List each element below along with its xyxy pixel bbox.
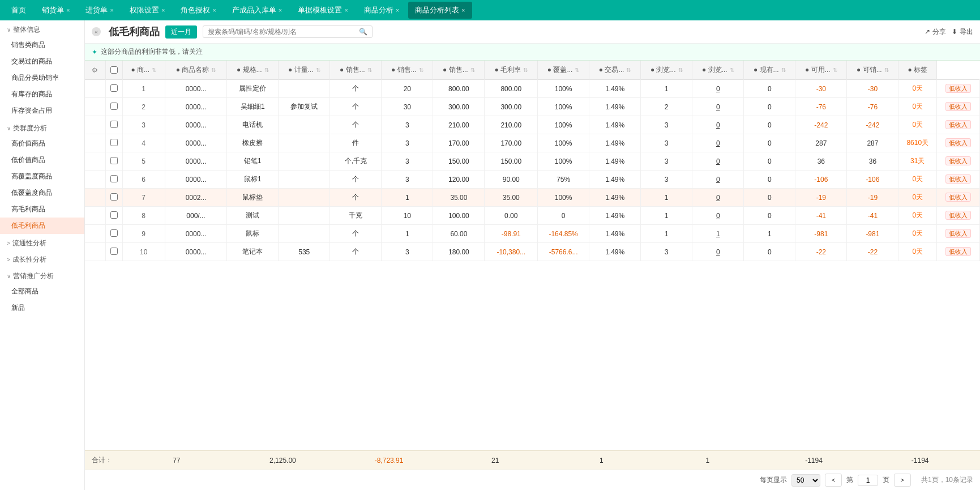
cell-available-stock: -19 <box>847 189 898 207</box>
cell-code: 0000... <box>165 134 226 152</box>
row-checkbox[interactable] <box>110 157 118 164</box>
nav-close-icon[interactable]: × <box>161 7 165 14</box>
sidebar-item-有库存的商品[interactable]: 有库存的商品 <box>0 86 84 103</box>
cell-checkbox[interactable] <box>105 225 122 243</box>
nav-close-icon[interactable]: × <box>344 7 348 14</box>
row-checkbox[interactable] <box>110 193 118 201</box>
row-checkbox[interactable] <box>110 139 118 146</box>
th-sale-profit[interactable]: ● 销售...⇅ <box>433 61 485 80</box>
sidebar-item-高覆盖度商品[interactable]: 高覆盖度商品 <box>0 168 84 185</box>
row-checkbox[interactable] <box>110 103 118 110</box>
sidebar-group-流通性分析[interactable]: >流通性分析 <box>0 234 84 250</box>
tag-badge: 低收入 <box>945 174 971 184</box>
nav-item-产成品入库单[interactable]: 产成品入库单× <box>225 2 289 19</box>
content-area: « 低毛利商品 近一月 🔍 ↗ 分享 ⬇ 导出 ✦ 这部分商品的利润非常低， <box>85 20 980 490</box>
sidebar-group-整体信息[interactable]: ∨整体信息 <box>0 20 84 37</box>
cell-saleable-stock: 0天 <box>898 98 937 116</box>
row-checkbox[interactable] <box>110 84 118 92</box>
nav-close-icon[interactable]: × <box>110 7 113 14</box>
th-browse1[interactable]: ● 浏览...⇅ <box>641 61 692 80</box>
row-checkbox[interactable] <box>110 175 118 182</box>
cell-coverage: 1.49% <box>589 152 641 171</box>
cell-checkbox[interactable] <box>105 189 122 207</box>
sidebar-item-交易过的商品[interactable]: 交易过的商品 <box>0 53 84 70</box>
cell-checkbox[interactable] <box>105 134 122 152</box>
cell-sale-profit: 210.00 <box>485 116 538 134</box>
nav-close-icon[interactable]: × <box>66 7 70 14</box>
sidebar-item-低覆盖度商品[interactable]: 低覆盖度商品 <box>0 185 84 201</box>
collapse-sidebar-btn[interactable]: « <box>92 27 101 36</box>
nav-close-icon[interactable]: × <box>461 7 465 14</box>
nav-close-icon[interactable]: × <box>396 7 399 14</box>
search-input[interactable] <box>208 28 356 36</box>
cell-num: 2 <box>122 98 165 116</box>
th-tag[interactable]: ● 标签 <box>898 61 937 80</box>
th-gross-rate[interactable]: ● 毛利率⇅ <box>485 61 538 80</box>
th-spec[interactable]: ● 规格...⇅ <box>227 61 279 80</box>
th-trade-count[interactable]: ● 交易...⇅ <box>589 61 641 80</box>
notice-bar: ✦ 这部分商品的利润非常低，请关注 <box>85 44 980 61</box>
cell-settings <box>85 98 105 116</box>
sidebar-item-库存资金占用[interactable]: 库存资金占用 <box>0 103 84 119</box>
th-unit[interactable]: ● 计量...⇅ <box>279 61 330 80</box>
export-button[interactable]: ⬇ 导出 <box>952 27 973 37</box>
nav-item-角色授权[interactable]: 角色授权× <box>174 2 222 19</box>
prev-page-button[interactable]: ＜ <box>825 474 842 487</box>
row-checkbox[interactable] <box>110 211 118 219</box>
cell-checkbox[interactable] <box>105 80 122 98</box>
sidebar-group-类群度分析[interactable]: ∨类群度分析 <box>0 119 84 135</box>
nav-item-商品分析[interactable]: 商品分析× <box>357 2 406 19</box>
cell-checkbox[interactable] <box>105 152 122 171</box>
row-checkbox[interactable] <box>110 248 118 255</box>
select-all-checkbox[interactable] <box>110 66 118 74</box>
row-checkbox[interactable] <box>110 229 118 237</box>
nav-item-权限设置[interactable]: 权限设置× <box>123 2 172 19</box>
cell-checkbox[interactable] <box>105 98 122 116</box>
nav-close-icon[interactable]: × <box>212 7 216 14</box>
page-number-input[interactable] <box>858 475 878 486</box>
share-button[interactable]: ↗ 分享 <box>925 27 946 37</box>
cell-spec <box>279 80 330 98</box>
page-size-select[interactable]: 50 20 100 <box>791 474 820 487</box>
cell-checkbox[interactable] <box>105 207 122 225</box>
sidebar-item-新品[interactable]: 新品 <box>0 300 84 316</box>
nav-item-商品分析列表[interactable]: 商品分析列表× <box>408 2 472 19</box>
row-checkbox[interactable] <box>110 121 118 128</box>
cell-checkbox[interactable] <box>105 243 122 261</box>
th-current-stock[interactable]: ● 现有...⇅ <box>744 61 795 80</box>
cell-current-stock: -242 <box>795 116 847 134</box>
th-sale-qty[interactable]: ● 销售...⇅ <box>330 61 382 80</box>
sidebar-item-高毛利商品[interactable]: 高毛利商品 <box>0 201 84 218</box>
th-checkbox[interactable] <box>105 61 122 80</box>
th-available-stock[interactable]: ● 可用...⇅ <box>795 61 847 80</box>
nav-item-销货单[interactable]: 销货单× <box>35 2 76 19</box>
search-icon[interactable]: 🔍 <box>359 28 367 36</box>
cell-name: 笔记本 <box>227 243 279 261</box>
filter-button[interactable]: 近一月 <box>165 25 197 39</box>
th-name[interactable]: ● 商品名称⇅ <box>165 61 226 80</box>
th-settings[interactable]: ⚙ <box>85 61 105 80</box>
th-code[interactable]: ● 商...⇅ <box>122 61 165 80</box>
sidebar-item-低毛利商品[interactable]: 低毛利商品 <box>0 218 84 234</box>
th-saleable-stock[interactable]: ● 可销...⇅ <box>847 61 898 80</box>
sidebar-group-成长性分析[interactable]: >成长性分析 <box>0 250 84 267</box>
th-coverage[interactable]: ● 覆盖...⇅ <box>538 61 589 80</box>
sidebar-item-全部商品[interactable]: 全部商品 <box>0 283 84 300</box>
cell-checkbox[interactable] <box>105 116 122 134</box>
cell-spec <box>279 152 330 171</box>
nav-item-首页[interactable]: 首页 <box>5 2 33 19</box>
nav-item-单据模板设置[interactable]: 单据模板设置× <box>291 2 354 19</box>
sidebar-item-商品分类助销率[interactable]: 商品分类助销率 <box>0 70 84 86</box>
cell-current-stock: 36 <box>795 152 847 171</box>
nav-item-进货单[interactable]: 进货单× <box>79 2 120 19</box>
th-browse2[interactable]: ● 浏览...⇅ <box>692 61 744 80</box>
nav-close-icon[interactable]: × <box>279 7 282 14</box>
next-page-button[interactable]: ＞ <box>894 474 911 487</box>
sidebar-group-营销推广分析[interactable]: ∨营销推广分析 <box>0 267 84 283</box>
sidebar-item-高价值商品[interactable]: 高价值商品 <box>0 135 84 152</box>
cell-checkbox[interactable] <box>105 171 122 189</box>
sidebar-item-销售类商品[interactable]: 销售类商品 <box>0 37 84 53</box>
cell-name: 铅笔1 <box>227 152 279 171</box>
sidebar-item-低价值商品[interactable]: 低价值商品 <box>0 152 84 168</box>
th-sale-price[interactable]: ● 销售...⇅ <box>382 61 433 80</box>
